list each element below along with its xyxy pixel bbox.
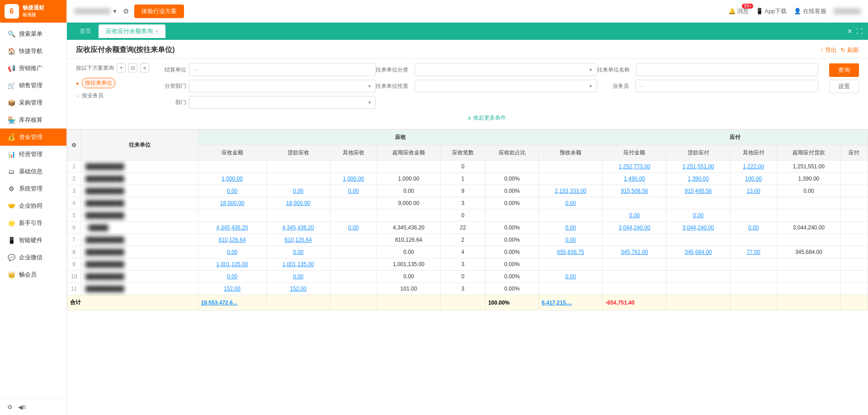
ar-amt-header: 应收金额: [198, 145, 266, 161]
payable-group-header: 应付: [603, 130, 868, 145]
ar-other-header: 其他应收: [330, 145, 377, 161]
table-row: 11██████████152.00152.00101.0030.00%: [67, 283, 868, 295]
partner-category-input[interactable]: ▼: [415, 63, 597, 76]
refresh-btn[interactable]: ↻ 刷新: [840, 46, 859, 54]
enterprise-icon: 🤝: [7, 202, 15, 210]
table-row: 4██████████18,000.0018,000.009,000.0030.…: [67, 197, 868, 210]
ar-prepaid-header: 预收余额: [539, 145, 603, 161]
filter-division: 部门 ▼: [155, 96, 376, 109]
main-area: ▼ ⚙ 体验行业方案 🔔 消息 99+ 📱 App下载 👤 在线客服 首页 应收…: [67, 0, 868, 415]
salesman-input[interactable]: ···: [635, 80, 818, 92]
query-button[interactable]: 查询: [829, 63, 859, 77]
member-icon: 👑: [7, 271, 15, 278]
filter-buttons: 查询 设置: [824, 63, 859, 93]
ar-overdue-header: 超期应收金额: [377, 145, 440, 161]
search-icon: 🔍: [7, 30, 15, 38]
sidebar-nav: 🔍 搜索菜单 🏠 快捷导航 📢 营销推广 🛒 销售管理 📦 采购管理 🏪 库存核…: [0, 23, 66, 399]
footer-ap-amt: -654,751.40: [603, 295, 666, 310]
sidebar-footer: ⚙ ◀II: [0, 399, 66, 415]
tab-close-icon[interactable]: ✕: [847, 28, 853, 35]
sidebar-item-enterprise[interactable]: 🤝 企业协同: [0, 197, 66, 215]
footer-ar-overdue: [377, 295, 440, 310]
system-icon: ⚙: [7, 185, 15, 192]
sales-icon: 🛒: [7, 82, 15, 89]
basic-icon: 🗂: [7, 168, 15, 175]
notification-badge[interactable]: 🔔 消息 99+: [728, 7, 749, 15]
sidebar-item-marketing[interactable]: 📢 营销推广: [0, 60, 66, 77]
content-area: 应收应付余额查询(按往来单位) ↑ 导出 ↻ 刷新 按以下方案查询: [67, 40, 868, 415]
sidebar-item-purchase[interactable]: 📦 采购管理: [0, 94, 66, 111]
sidebar-item-search-menu[interactable]: 🔍 搜索菜单: [0, 25, 66, 43]
sidebar-collapse-btn[interactable]: ◀II: [18, 404, 26, 410]
tab-close-btn[interactable]: ×: [156, 29, 158, 34]
sidebar-item-wechat[interactable]: 💬 企业微信: [0, 249, 66, 266]
filter-by-salesman[interactable]: ○ 按业务员: [76, 90, 149, 101]
dropdown-arrow[interactable]: ▼: [112, 8, 118, 14]
partner-nature-input[interactable]: ▼: [415, 80, 597, 92]
sidebar-item-operation[interactable]: 📊 经营管理: [0, 146, 66, 163]
sidebar-item-quick-nav[interactable]: 🏠 快捷导航: [0, 43, 66, 60]
sidebar-item-hardware[interactable]: 📱 智能硬件: [0, 232, 66, 249]
filter-collapse-left-btn[interactable]: «: [140, 63, 149, 72]
filter-settings-btn[interactable]: ⊙: [128, 63, 137, 72]
sidebar-item-inventory[interactable]: 🏪 库存核算: [0, 111, 66, 129]
sidebar-item-member[interactable]: 👑 畅会员: [0, 266, 66, 283]
table-row: 10██████████0.000.000.0000.00%0.00: [67, 271, 868, 283]
footer-ar-ratio: 100.00%: [485, 295, 538, 310]
filter-area: 按以下方案查询 + ⊙ « ● 按往来单位 ○ 按业务员: [67, 59, 868, 129]
footer-ap-overdue: [777, 295, 840, 310]
tab-ar-query[interactable]: 应收应付余额查询 ×: [99, 24, 165, 38]
app-name: 畅捷通财: [23, 5, 44, 12]
filter-add-btn[interactable]: +: [117, 63, 126, 72]
hardware-icon: 📱: [7, 237, 15, 244]
radio-icon: ●: [76, 81, 79, 86]
topbar: ▼ ⚙ 体验行业方案 🔔 消息 99+ 📱 App下载 👤 在线客服: [67, 0, 868, 23]
sidebar-item-guide[interactable]: 🌟 新手引导: [0, 215, 66, 232]
filter-partner-nature: 往来单位性质 ▼: [376, 80, 597, 92]
footer-ar-total: 19,553,472,6...: [198, 295, 266, 310]
filter-fields: 结算单位 ··· 往来单位分类 ▼ 往来单位名称: [155, 63, 818, 124]
online-service-link[interactable]: 👤 在线客服: [794, 7, 826, 15]
sidebar-item-basic[interactable]: 🗂 基础信息: [0, 163, 66, 180]
app-download-link[interactable]: 📱 App下载: [756, 7, 787, 15]
marketing-icon: 📢: [7, 65, 15, 72]
filter-by-partner[interactable]: ● 按往来单位: [76, 76, 149, 90]
settlement-unit-input[interactable]: ···: [189, 63, 376, 76]
footer-ar-other: [330, 295, 377, 310]
export-btn[interactable]: ↑ 导出: [821, 46, 837, 54]
sidebar-item-system[interactable]: ⚙ 系统管理: [0, 180, 66, 197]
ap-amt-header: 应付金额: [603, 145, 666, 161]
refresh-icon: ↻: [840, 47, 845, 53]
receivable-group-header: 应收: [198, 130, 603, 145]
page-title: 应收应付余额查询(按往来单位): [76, 45, 175, 55]
inventory-icon: 🏪: [7, 116, 15, 124]
service-icon: 👤: [794, 8, 801, 14]
setting-button[interactable]: 设置: [829, 80, 859, 93]
table-row: 9██████████1,001,135.001,001,135.001,001…: [67, 258, 868, 271]
user-avatar: [834, 8, 861, 14]
sidebar-item-sales[interactable]: 🛒 销售管理: [0, 77, 66, 94]
tab-maximize-icon[interactable]: ⛶: [856, 28, 863, 35]
ap-other-header: 其他应付: [730, 145, 777, 161]
tab-home[interactable]: 首页: [72, 24, 99, 38]
partner-name-input[interactable]: [636, 63, 818, 76]
industry-btn[interactable]: 体验行业方案: [134, 5, 184, 18]
topbar-gear-icon[interactable]: ⚙: [123, 7, 129, 15]
division-input[interactable]: ▼: [189, 96, 376, 109]
ap-extra-header: 应付: [840, 145, 868, 161]
sidebar-item-finance[interactable]: 💰 资金管理: [0, 129, 66, 146]
filter-collapse-btn[interactable]: ∧ 收起更多条件: [155, 111, 818, 124]
table-row: 3██████████0.000.000.000.0090.00%2,153,3…: [67, 185, 868, 197]
logo-icon: 6: [5, 4, 19, 19]
table-row: 7██████████810,126.64810,126.64810,126.6…: [67, 234, 868, 246]
dept-input[interactable]: ▼: [189, 80, 376, 92]
wechat-icon: 💬: [7, 254, 15, 261]
purchase-icon: 📦: [7, 99, 15, 106]
filter-scheme-label: 按以下方案查询: [76, 64, 114, 72]
sidebar-settings-btn[interactable]: ⚙: [7, 404, 13, 410]
download-icon: 📱: [756, 8, 763, 14]
notification-icon: 🔔: [728, 8, 736, 14]
footer-ar-prepaid: 6,417,215....: [539, 295, 603, 310]
footer-ar-count: [441, 295, 486, 310]
table-settings-icon[interactable]: ⚙: [71, 142, 76, 148]
